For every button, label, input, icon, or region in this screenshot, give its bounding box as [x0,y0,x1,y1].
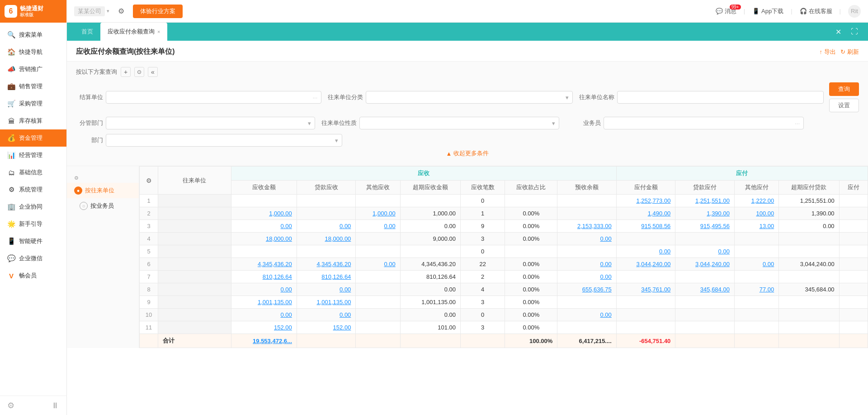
query-button[interactable]: 查询 [829,82,859,96]
cell-link[interactable]: 915,508.56 [641,223,670,229]
sidebar-item-sales[interactable]: 💼 销售管理 [0,78,66,95]
cell-link[interactable]: 1,001,135.00 [316,299,351,305]
collapse-sidebar-icon[interactable]: ⏸ [51,401,59,410]
cell-link[interactable]: 0.00 [659,248,670,255]
filter-area: 按以下方案查询 + ⊙ « 结算单位 ··· [67,62,868,166]
setting-button[interactable]: 设置 [829,99,859,112]
sidebar-item-member[interactable]: V 畅会员 [0,267,66,284]
sidebar-item-wechat[interactable]: 💬 企业微信 [0,250,66,267]
cell-link[interactable]: 655,636.75 [582,286,612,293]
cell-link[interactable]: 13.00 [760,223,774,229]
filter-collapse-btn[interactable]: « [148,67,158,77]
cell-link[interactable]: 77.00 [760,286,774,293]
sidebar-item-marketing[interactable]: 📣 营销推广 [0,61,66,78]
sidebar-item-hardware[interactable]: 📱 智能硬件 [0,233,66,250]
cell-link[interactable]: 4,345,436.20 [258,261,292,267]
cell-link[interactable]: 0.00 [340,223,351,229]
cell-link[interactable]: 0.00 [600,311,612,318]
cell-link[interactable]: 345,684.00 [700,286,730,293]
table-row: 500.000.00 [140,245,868,258]
cell-link[interactable]: 0.00 [384,261,395,267]
avatar[interactable]: Rit [848,5,861,18]
cell-link[interactable]: 1,000.00 [269,210,292,217]
cell-link[interactable]: 0.00 [600,261,612,267]
footer-ap-overdue [779,334,839,348]
cell-link[interactable]: 1,001,135.00 [258,299,292,305]
cell-link[interactable]: 1,252,773.00 [636,197,670,204]
footer-ar-count [461,334,505,348]
cell-link[interactable]: 1,000.00 [373,210,396,217]
cell-link[interactable]: 0.00 [763,261,774,267]
cell-link[interactable]: 2,153,333.00 [577,223,612,229]
app-download-button[interactable]: 📱 App下载 [752,7,783,15]
cell-link[interactable]: 4,345,436.20 [316,261,351,267]
cell-link[interactable]: 0.00 [281,286,292,293]
sidebar-item-quicknav[interactable]: 🏠 快捷导航 [0,43,66,61]
cell-link[interactable]: 345,761.00 [641,286,670,293]
table-footer-row: 合计 19,553,472,6... 100.00% 6,417,215....… [140,334,868,348]
sidebar-item-guide[interactable]: 🌟 新手引导 [0,215,66,233]
topbar-gear-icon[interactable]: ⚙ [115,5,127,18]
table-settings-icon[interactable]: ⚙ [144,176,153,185]
partner-category-select[interactable]: ▾ [366,91,572,104]
cell-link[interactable]: 0.00 [340,311,351,318]
th-ar-amount: 应收金额 [231,181,297,195]
settlement-input[interactable]: ··· [106,91,321,104]
sidebar-item-inventory[interactable]: 🏛 库存核算 [0,112,66,129]
cell-link[interactable]: 0.00 [340,286,351,293]
sidebar-item-operations[interactable]: 📊 经营管理 [0,147,66,164]
cell-link[interactable]: 3,044,240.00 [695,261,730,267]
message-button[interactable]: 💬 消息 99+ [716,7,736,15]
cell-link[interactable]: 100.00 [756,210,774,217]
tab-close-icon[interactable]: × [157,29,160,34]
online-service-button[interactable]: 🎧 在线客服 [800,7,832,15]
tab-home[interactable]: 首页 [74,23,100,41]
cell-link[interactable]: 915,495.56 [700,223,730,229]
cell-link[interactable]: 0.00 [281,223,292,229]
sidebar-item-purchase[interactable]: 🛒 采购管理 [0,95,66,112]
cell-link[interactable]: 18,000.00 [325,235,351,242]
left-panel-item-salesman[interactable]: ○ 按业务员 [67,198,139,214]
partner-nature-select[interactable]: ▾ [359,117,560,129]
cell-link[interactable]: 18,000.00 [266,235,292,242]
cell-link[interactable]: 0.00 [281,311,292,318]
salesman-input[interactable]: ··· [604,117,804,129]
cell-link[interactable]: 810,126.64 [321,273,351,280]
cell-link[interactable]: 3,044,240.00 [636,261,670,267]
filter-collapse-button[interactable]: ▲ 收起更多条件 [76,147,859,160]
cell-link[interactable]: 810,126.64 [263,273,292,280]
sidebar-item-system[interactable]: ⚙ 系统管理 [0,181,66,198]
filter-settings-button[interactable]: ⊙ [134,67,144,77]
export-button[interactable]: ↑ 导出 [820,48,836,56]
dept-select[interactable]: ▾ [106,134,342,147]
partner-category-chevron-icon: ▾ [566,94,569,101]
partner-name-input[interactable] [617,91,824,104]
cell-link[interactable]: 0.00 [718,248,730,255]
tab-maximize-icon[interactable]: ⛶ [848,25,861,38]
partner-icon: ● [74,186,82,195]
tab-close-window-icon[interactable]: ✕ [832,25,844,38]
cell-link[interactable]: 152.00 [333,324,351,331]
tab-ar-query[interactable]: 应收应付余额查询 × [100,23,167,41]
cell-link[interactable]: 1,251,551.00 [695,197,730,204]
cell-link[interactable]: 152.00 [274,324,292,331]
cell-link[interactable]: 0.00 [600,273,612,280]
cell-link[interactable]: 1,390.00 [707,210,730,217]
sidebar-item-basic[interactable]: 🗂 基础信息 [0,164,66,181]
refresh-button[interactable]: ↻ 刷新 [840,48,859,56]
solution-button[interactable]: 体验行业方案 [133,5,183,18]
filter-add-button[interactable]: + [121,67,131,77]
cell-link[interactable]: 0.00 [384,223,395,229]
sidebar-item-finance[interactable]: 💰 资金管理 [0,129,66,147]
left-panel-item-partner[interactable]: ● 按往来单位 [67,183,139,198]
cell-link[interactable]: 1,222.00 [751,197,774,204]
dept-manage-select[interactable]: ▾ [106,117,315,129]
footer-ar-amount[interactable]: 19,553,472,6... [231,334,297,348]
sidebar-item-corp[interactable]: 🏢 企业协同 [0,198,66,215]
salesman-label: 业务员 [565,119,601,127]
cell-link[interactable]: 0.00 [600,235,612,242]
cell-link[interactable]: 1,490.00 [648,210,671,217]
settings-gear-icon[interactable]: ⚙ [7,401,14,410]
company-chevron-icon[interactable]: ▾ [107,8,109,14]
sidebar-item-search[interactable]: 🔍 搜索菜单 [0,26,66,43]
